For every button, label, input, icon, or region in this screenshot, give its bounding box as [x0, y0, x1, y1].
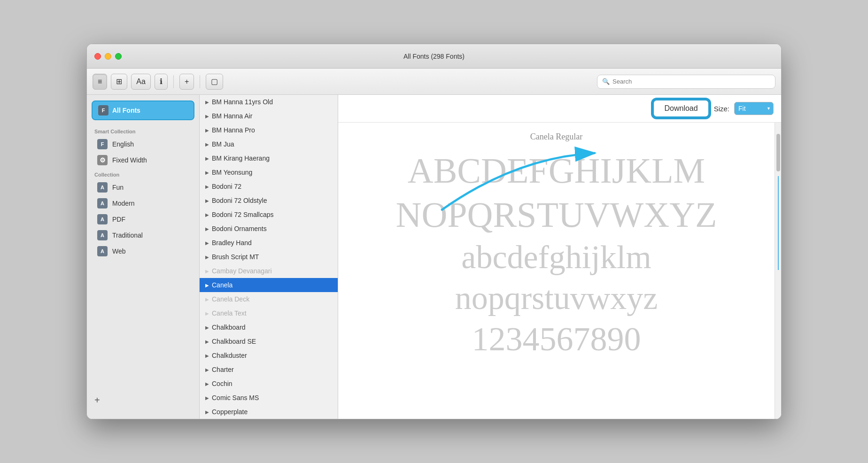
- font-name: Bodoni 72 Oldstyle: [212, 197, 267, 204]
- preview-line-2: NOPQRSTUVWXYZ: [357, 195, 756, 235]
- font-item-bodoni72[interactable]: ▶ Bodoni 72: [200, 179, 338, 193]
- font-item-bradley-hand[interactable]: ▶ Bradley Hand: [200, 236, 338, 250]
- font-name: Canela Deck: [212, 295, 249, 303]
- font-name: Cochin: [212, 380, 232, 387]
- sidebar-item-modern[interactable]: A Modern: [90, 195, 196, 211]
- all-fonts-label: All Fonts: [112, 107, 140, 114]
- fixed-width-label: Fixed Width: [112, 156, 147, 164]
- font-item-bodoni-ornaments[interactable]: ▶ Bodoni Ornaments: [200, 222, 338, 236]
- size-select[interactable]: Fit Small Medium Large: [734, 102, 774, 115]
- font-item-brush-script[interactable]: ▶ Brush Script MT: [200, 250, 338, 264]
- expand-icon: ▶: [205, 311, 209, 316]
- font-name-display: Canela Regular: [530, 132, 582, 142]
- size-label: Size:: [714, 105, 729, 113]
- window-button[interactable]: ▢: [206, 74, 223, 90]
- font-item-chalkboard-se[interactable]: ▶ Chalkboard SE: [200, 334, 338, 348]
- list-view-button[interactable]: ≡: [93, 74, 107, 90]
- sidebar-item-fun[interactable]: A Fun: [90, 179, 196, 195]
- font-item-bodoni72-smallcaps[interactable]: ▶ Bodoni 72 Smallcaps: [200, 208, 338, 222]
- preview-scrollbar[interactable]: [775, 123, 781, 419]
- font-preview-icon: Aa: [136, 77, 146, 86]
- search-container: 🔍: [597, 75, 775, 89]
- font-name: Copperplate: [212, 408, 248, 416]
- font-name: Bodoni 72: [212, 183, 241, 190]
- preview-line-5: 1234567890: [357, 321, 756, 358]
- preview-toolbar: Download Size: Fit Small Medium Large: [338, 95, 781, 123]
- font-item-canela-deck[interactable]: ▶ Canela Deck: [200, 292, 338, 306]
- toolbar-separator-2: [200, 75, 200, 88]
- search-input[interactable]: [612, 78, 770, 85]
- preview-line-3: abcdefghijklm: [357, 239, 756, 275]
- font-item-comic-sans[interactable]: ▶ Comic Sans MS: [200, 391, 338, 405]
- modern-label: Modern: [112, 200, 134, 207]
- app-window: All Fonts (298 Fonts) ≡ ⊞ Aa ℹ + ▢ 🔍: [86, 44, 782, 419]
- font-item-bm-hanna-11[interactable]: ▶ BM Hanna 11yrs Old: [200, 95, 338, 109]
- expand-icon: ▶: [205, 255, 209, 260]
- sidebar-item-web[interactable]: A Web: [90, 243, 196, 259]
- fullscreen-button[interactable]: [115, 53, 122, 60]
- font-item-bm-yeonsung[interactable]: ▶ BM Yeonsung: [200, 165, 338, 179]
- font-item-bm-hanna-pro[interactable]: ▶ BM Hanna Pro: [200, 123, 338, 137]
- traditional-label: Traditional: [112, 232, 143, 239]
- font-name: Bodoni Ornaments: [212, 225, 267, 232]
- font-item-cochin[interactable]: ▶ Cochin: [200, 377, 338, 391]
- font-item-chalkboard[interactable]: ▶ Chalkboard: [200, 320, 338, 334]
- info-button[interactable]: ℹ: [155, 74, 168, 90]
- traffic-lights: [94, 53, 122, 60]
- all-fonts-item[interactable]: F All Fonts: [92, 100, 194, 120]
- preview-line-4: nopqrstuvwxyz: [357, 280, 756, 316]
- expand-icon: ▶: [205, 142, 209, 147]
- font-name: BM Yeonsung: [212, 169, 252, 176]
- expand-icon: ▶: [205, 395, 209, 401]
- grid-view-button[interactable]: ⊞: [111, 74, 127, 90]
- sidebar-add-button[interactable]: +: [94, 393, 192, 408]
- font-item-bm-jua[interactable]: ▶ BM Jua: [200, 137, 338, 151]
- window-icon: ▢: [211, 77, 218, 86]
- expand-icon: ▶: [205, 353, 209, 358]
- expand-icon: ▶: [205, 367, 209, 372]
- font-name: BM Hanna Pro: [212, 126, 255, 134]
- toolbar-separator-1: [173, 75, 174, 88]
- sidebar-item-traditional[interactable]: A Traditional: [90, 227, 196, 243]
- close-button[interactable]: [94, 53, 101, 60]
- web-label: Web: [112, 247, 126, 255]
- font-preview-button[interactable]: Aa: [131, 74, 151, 90]
- size-select-wrapper: Fit Small Medium Large: [734, 102, 774, 115]
- font-name: Chalkboard: [212, 324, 246, 331]
- font-item-cambay[interactable]: ▶ Cambay Devanagari: [200, 264, 338, 278]
- list-view-icon: ≡: [98, 77, 102, 86]
- download-button[interactable]: Download: [653, 100, 709, 117]
- sidebar-item-pdf[interactable]: A PDF: [90, 211, 196, 227]
- add-button[interactable]: +: [179, 74, 194, 90]
- expand-icon: ▶: [205, 381, 209, 386]
- info-icon: ℹ: [160, 77, 163, 86]
- font-name: BM Jua: [212, 140, 234, 148]
- font-name: Comic Sans MS: [212, 394, 259, 401]
- font-item-canela-text[interactable]: ▶ Canela Text: [200, 306, 338, 320]
- all-fonts-icon: F: [98, 105, 108, 116]
- font-name: BM Hanna Air: [212, 112, 252, 120]
- font-item-chalkduster[interactable]: ▶ Chalkduster: [200, 348, 338, 363]
- sidebar-item-english[interactable]: F English: [90, 136, 196, 152]
- expand-icon: ▶: [205, 156, 209, 161]
- window-title: All Fonts (298 Fonts): [403, 53, 465, 60]
- expand-icon: ▶: [205, 114, 209, 119]
- font-item-bodoni72-oldstyle[interactable]: ▶ Bodoni 72 Oldstyle: [200, 193, 338, 208]
- preview-content: Canela Regular ABCDEFGHIJKLM NOPQRSTUVWX…: [338, 123, 775, 419]
- expand-icon: ▶: [205, 100, 209, 105]
- font-item-bm-hanna-air[interactable]: ▶ BM Hanna Air: [200, 109, 338, 123]
- font-name: Chalkboard SE: [212, 338, 256, 345]
- traditional-icon: A: [97, 230, 108, 240]
- minimize-button[interactable]: [105, 53, 111, 60]
- expand-icon: ▶: [205, 325, 209, 330]
- modern-icon: A: [97, 198, 108, 208]
- font-item-bm-kirang[interactable]: ▶ BM Kirang Haerang: [200, 151, 338, 165]
- font-item-copperplate[interactable]: ▶ Copperplate: [200, 405, 338, 419]
- font-item-charter[interactable]: ▶ Charter: [200, 363, 338, 377]
- expand-icon: ▶: [205, 339, 209, 344]
- sidebar-item-fixed-width[interactable]: ⚙ Fixed Width: [90, 152, 196, 168]
- font-item-canela[interactable]: ▶ Canela: [200, 278, 338, 292]
- sidebar: F All Fonts Smart Collection F English ⚙…: [87, 95, 200, 419]
- pdf-icon: A: [97, 214, 108, 224]
- expand-icon: ▶: [205, 212, 209, 217]
